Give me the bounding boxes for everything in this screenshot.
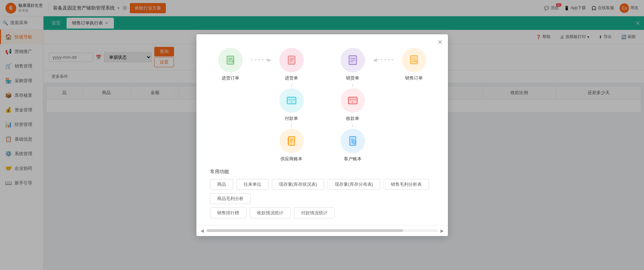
func-btns: 商品 往来单位 现存量(库存状况表) 现存量(库存分布表) 销售毛利分析表 商品…: [210, 179, 434, 204]
svg-rect-5: [288, 56, 295, 64]
func-btn-payment-stat[interactable]: 付款情况统计: [294, 208, 335, 218]
flow-item-customer-ledger: 客户账本: [332, 129, 373, 162]
purchase-bill-circle: [279, 48, 304, 72]
svg-text:¥: ¥: [290, 101, 292, 104]
flow-item-sales-bill: 销货单: [332, 48, 373, 81]
func-btn-sales-rank[interactable]: 销售排行榜: [210, 208, 246, 218]
receipt-circle: ¥: [341, 88, 365, 113]
flow-item-purchase-order: 进货订单: [210, 48, 251, 81]
func-btn-product[interactable]: 商品: [210, 179, 233, 190]
flow-item-sales-order: 销售订单: [394, 48, 434, 81]
arrow-1: ▶: [251, 57, 271, 62]
func-btns-2: 销售排行榜 收款情况统计 付款情况统计: [210, 208, 434, 218]
flow-item-payment: ¥ 付款单: [271, 88, 312, 122]
customer-ledger-circle: [341, 129, 365, 153]
scroll-bar-area: ◀ ▶: [196, 225, 448, 236]
sales-bill-circle: [341, 48, 365, 72]
svg-rect-20: [415, 60, 417, 62]
svg-text:¥: ¥: [351, 101, 353, 104]
flow-item-purchase-bill: 进货单: [271, 48, 312, 81]
flow-area: 进货订单 ▶: [196, 34, 448, 169]
func-btn-partners[interactable]: 往来单位: [237, 179, 268, 190]
scroll-left-icon[interactable]: ◀: [201, 228, 204, 233]
func-btn-product-profit[interactable]: 商品毛利分析: [210, 193, 251, 204]
purchase-order-circle: [218, 48, 243, 72]
modal-overlay[interactable]: ✕: [0, 0, 644, 270]
flow-item-supplier-ledger: 供应商账本: [271, 129, 312, 162]
payment-circle: ¥: [279, 88, 304, 113]
svg-rect-29: [289, 137, 295, 145]
supplier-ledger-circle: [279, 129, 304, 153]
func-btn-sales-profit[interactable]: 销售毛利分析表: [384, 179, 429, 190]
arrow-2: ◀: [373, 57, 394, 62]
svg-rect-34: [288, 138, 289, 144]
scroll-right-icon[interactable]: ▶: [440, 228, 444, 233]
func-btn-stock-status[interactable]: 现存量(库存状况表): [272, 179, 325, 190]
scroll-track: [207, 229, 438, 232]
func-btn-stock-dist[interactable]: 现存量(库存分布表): [328, 179, 380, 190]
common-funcs-title: 常用功能: [210, 169, 434, 175]
modal: ✕: [196, 34, 448, 236]
common-funcs: 常用功能 商品 往来单位 现存量(库存状况表) 现存量(库存分布表) 销售毛利分…: [196, 169, 448, 225]
modal-close-icon[interactable]: ✕: [437, 38, 442, 46]
sales-order-circle: [402, 48, 426, 72]
flow-item-receipt: ¥ 收款单: [332, 88, 373, 122]
func-btn-receipt-stat[interactable]: 收款情况统计: [250, 208, 291, 218]
svg-rect-0: [227, 56, 234, 64]
scroll-thumb[interactable]: [207, 229, 403, 232]
